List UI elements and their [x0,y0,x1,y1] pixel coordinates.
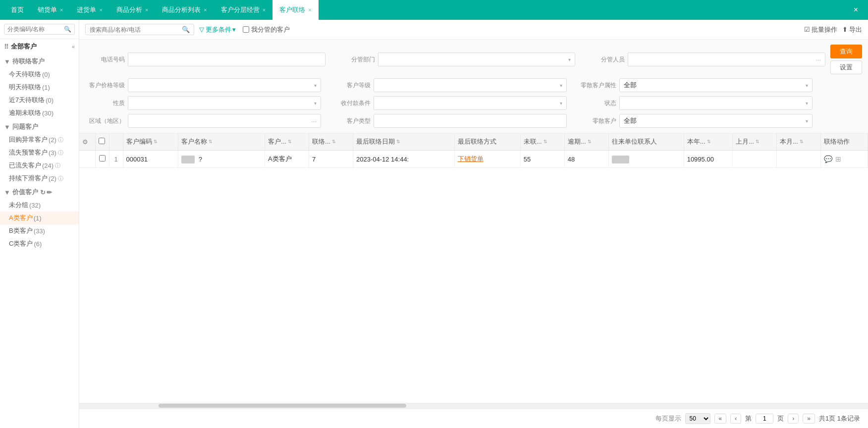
retail-arrow: ▾ [806,118,808,124]
retail-attr-select[interactable]: 全部 ▾ [619,78,813,92]
problem-customers-category[interactable]: ▼ 问题客户 [0,119,79,133]
per-page-select[interactable]: 50 100 200 [685,413,710,424]
nav-customer-contact[interactable]: 客户联络 × [272,0,318,20]
tomorrow-pending[interactable]: 明天待联络 (1) [0,81,79,94]
filter-search-input[interactable] [90,26,180,33]
close-cs-tab[interactable]: × [263,7,266,13]
last-page-btn[interactable]: » [803,414,815,424]
nav-product-list[interactable]: 商品分析列表 × [155,0,214,20]
scrollbar-thumb[interactable] [159,404,406,408]
filter-retail: 零散客户 全部 ▾ [577,114,813,128]
col-last-month[interactable]: 上月... ⇅ [732,133,776,151]
churned[interactable]: 已流失客户 (24) ⓘ [0,159,79,172]
value-customers-category[interactable]: ▼ 价值客户 ↻ ✏ [0,185,79,199]
batch-op-btn[interactable]: ☑ 批量操作 [804,25,837,34]
close-window-btn[interactable]: × [848,5,864,14]
my-customer-checkbox[interactable]: 我分管的客户 [243,25,290,34]
nav-purchase[interactable]: 进货单 × [70,0,109,20]
overdue-pending[interactable]: 逾期未联络 (30) [0,107,79,119]
sidebar: 🔍 ⠿ 全部客户 « ▼ 待联络客户 今天待联络 (0) 明天待联络 (1) 近… [0,20,79,428]
page-input[interactable] [756,414,773,424]
sort-last-date: ⇅ [396,139,400,144]
filter-dept: 分管部门 ▾ [335,53,576,66]
col-level[interactable]: 客户... ⇅ [265,133,309,151]
prev-page-btn[interactable]: ‹ [730,414,741,424]
customer-level-select[interactable]: ▾ [374,78,567,92]
edit-icon[interactable]: ✏ [47,189,52,196]
payment-select[interactable]: ▾ [374,96,567,110]
col-code[interactable]: 客户编码 ⇅ [123,133,178,151]
week-pending[interactable]: 近7天待联络 (0) [0,94,79,107]
filter-bar: 🔍 ▽ 更多条件 ▾ 我分管的客户 ☑ 批量操作 ⬆ 导出 [79,20,868,40]
row-last-month-cell [732,151,776,168]
row-this-month-cell [776,151,820,168]
nav-product-analysis[interactable]: 商品分析 × [109,0,155,20]
nav-customer-segment[interactable]: 客户分层经营 × [214,0,272,20]
manager-input[interactable]: ··· [628,53,825,66]
pending-contact-category[interactable]: ▼ 待联络客户 [0,54,79,68]
more-filters-btn[interactable]: ▽ 更多条件 ▾ [199,25,236,34]
status-arrow: ▾ [806,101,808,106]
today-pending[interactable]: 今天待联络 (0) [0,68,79,81]
batch-icon: ☑ [804,26,810,33]
export-btn[interactable]: ⬆ 导出 [842,25,862,34]
c-class[interactable]: C类客户 (6) [0,237,79,250]
nature-select[interactable]: ▾ [128,96,321,110]
col-overdue[interactable]: 逾期... ⇅ [564,133,608,151]
col-this-month[interactable]: 本月... ⇅ [776,133,820,151]
col-not-contact[interactable]: 未联... ⇅ [520,133,564,151]
settings-icon[interactable]: ⚙ [82,138,88,146]
col-this-year[interactable]: 本年... ⇅ [684,133,732,151]
price-level-select[interactable]: ▾ [128,78,321,92]
close-pa-tab[interactable]: × [145,7,148,13]
nav-home[interactable]: 首页 [4,0,31,20]
first-page-btn[interactable]: « [714,414,727,424]
declining[interactable]: 持续下滑客户 (2) ⓘ [0,172,79,185]
col-contact[interactable]: 联络... ⇅ [309,133,353,151]
filter-search-box[interactable]: 🔍 [85,24,194,35]
last-method-link[interactable]: 下销货单 [458,155,484,162]
info-icon-3: ⓘ [58,175,63,182]
repurchase-abnormal[interactable]: 回购异常客户 (2) ⓘ [0,133,79,146]
filter-nature: 性质 ▾ [85,96,321,110]
all-customers-header[interactable]: ⠿ 全部客户 « [0,39,79,54]
region-input[interactable]: ··· [128,114,321,128]
dept-select[interactable]: ▾ [378,53,576,66]
row-last-method-cell[interactable]: 下销货单 [454,151,520,168]
col-name[interactable]: 客户名称 ⇅ [178,133,265,151]
qr-icon[interactable]: ⊞ [835,155,841,163]
close-purchase-tab[interactable]: × [99,7,102,13]
row-checkbox-cell[interactable] [95,151,109,168]
col-rownum [109,133,123,151]
horizontal-scrollbar[interactable] [79,403,868,409]
a-class[interactable]: A类客户 (1) [0,212,79,224]
setting-button[interactable]: 设置 [830,60,862,74]
row-checkbox[interactable] [99,155,106,161]
value-arrow: ▼ [4,189,10,196]
query-button[interactable]: 查询 [830,45,862,58]
ungroup[interactable]: 未分组 (32) [0,199,79,212]
next-page-btn[interactable]: › [788,414,799,424]
col-last-date[interactable]: 最后联络日期 ⇅ [353,133,454,151]
col-settings[interactable]: ⚙ [79,133,95,151]
total-label: 共1页 1条记录 [819,414,860,423]
select-all-checkbox[interactable] [99,138,105,144]
filter-price-level: 客户价格等级 ▾ [85,78,321,92]
nav-sales[interactable]: 销货单 × [31,0,70,20]
customer-type-input[interactable] [374,114,567,128]
price-level-label: 客户价格等级 [85,81,125,90]
chat-icon[interactable]: 💬 [824,155,832,163]
churn-warning[interactable]: 流失预警客户 (3) ⓘ [0,146,79,159]
sort-level: ⇅ [288,139,292,144]
close-pl-tab[interactable]: × [204,7,207,13]
export-icon: ⬆ [842,26,848,33]
phone-input[interactable] [128,53,326,66]
sidebar-collapse-btn[interactable]: « [72,44,75,50]
close-cc-tab[interactable]: × [308,7,311,13]
b-class[interactable]: B类客户 (33) [0,224,79,237]
retail-select[interactable]: 全部 ▾ [619,114,813,128]
close-sales-tab[interactable]: × [60,7,63,13]
my-customer-check[interactable] [243,26,249,33]
refresh-icon[interactable]: ↻ [40,189,46,196]
status-select[interactable]: ▾ [619,96,813,110]
